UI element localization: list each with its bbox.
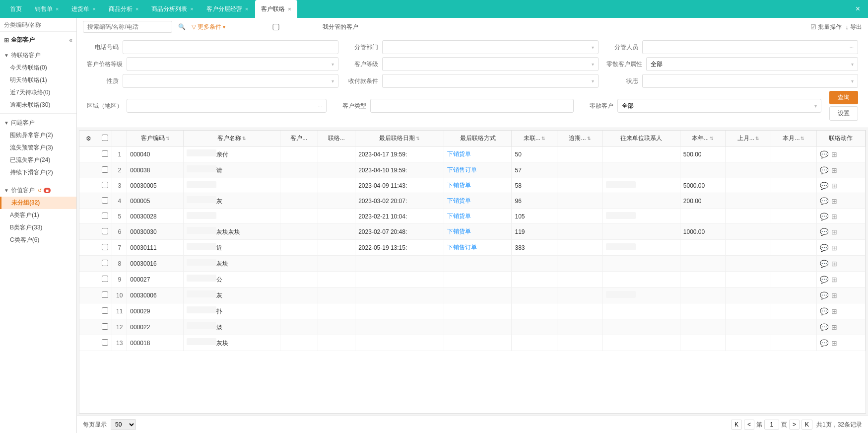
sidebar-item-c-class[interactable]: C类客户(6)	[0, 234, 76, 246]
col-overdue[interactable]: 逾期... ⇅	[557, 131, 603, 146]
sparse-attr-select[interactable]: 全部 ▾	[646, 57, 858, 71]
sidebar-item-7days[interactable]: 近7天待联络(0)	[0, 86, 76, 99]
col-contact[interactable]: 联络...	[318, 131, 355, 146]
customer-type-input[interactable]	[370, 99, 574, 113]
select-all-checkbox[interactable]	[102, 135, 108, 141]
sidebar-item-b-class[interactable]: B类客户(33)	[0, 221, 76, 234]
tab-close-icon[interactable]: ×	[288, 6, 291, 12]
more-conditions-button[interactable]: ▽ 更多条件 ▾	[192, 23, 225, 31]
nature-select[interactable]: ▾	[123, 74, 338, 88]
sidebar-group-value[interactable]: ▼ 价值客户 ↺ ■	[0, 183, 76, 197]
col-settings[interactable]: ⚙	[79, 131, 98, 146]
apps-icon[interactable]: ⊞	[831, 276, 837, 284]
row-checkbox[interactable]	[102, 244, 108, 250]
sidebar-item-ungroup[interactable]: 未分组(32)	[0, 197, 76, 209]
sidebar-group-problem[interactable]: ▼ 问题客户	[0, 116, 76, 129]
sidebar-item-churned[interactable]: 已流失客户(24)	[0, 154, 76, 166]
sidebar-item-overdue[interactable]: 逾期未联络(30)	[0, 99, 76, 111]
sidebar-group-pending[interactable]: ▼ 待联络客户	[0, 48, 76, 62]
tab-close-icon[interactable]: ×	[56, 6, 59, 12]
message-icon[interactable]: 💬	[820, 213, 828, 220]
apps-icon[interactable]: ⊞	[831, 307, 837, 315]
phone-input[interactable]	[123, 40, 338, 54]
refresh-icon[interactable]: ↺	[38, 188, 42, 193]
nav-tab-sales[interactable]: 销售单 ×	[29, 0, 65, 18]
apps-icon[interactable]: ⊞	[831, 166, 837, 174]
row-checkbox[interactable]	[102, 260, 108, 266]
sidebar-search-input[interactable]	[4, 21, 77, 28]
page-size-select[interactable]: 50 100 200	[111, 419, 136, 430]
sparse-select[interactable]: 全部 ▾	[617, 99, 821, 113]
message-icon[interactable]: 💬	[820, 260, 828, 268]
col-type[interactable]: 客户...	[280, 131, 318, 146]
sidebar-all-customers[interactable]: ⊞ 全部客户 «	[0, 32, 76, 48]
last-page-button[interactable]: K	[801, 420, 812, 430]
row-checkbox[interactable]	[102, 339, 108, 346]
export-button[interactable]: ↓ 导出	[846, 23, 863, 31]
col-no-contact[interactable]: 未联... ⇅	[512, 131, 557, 146]
apps-icon[interactable]: ⊞	[831, 291, 837, 299]
contact-way-link[interactable]: 下销售订单	[447, 244, 477, 251]
row-checkbox[interactable]	[102, 291, 108, 298]
prev-page-button[interactable]: <	[744, 420, 754, 430]
col-last-month[interactable]: 上月... ⇅	[726, 131, 771, 146]
contact-way-link[interactable]: 下销货单	[447, 228, 471, 235]
col-code[interactable]: 客户编码 ⇅	[127, 131, 184, 146]
apps-icon[interactable]: ⊞	[831, 323, 837, 331]
collapse-icon[interactable]: «	[69, 37, 72, 44]
col-this-month[interactable]: 本月... ⇅	[771, 131, 817, 146]
col-this-year[interactable]: 本年... ⇅	[680, 131, 726, 146]
message-icon[interactable]: 💬	[820, 307, 828, 315]
nav-tab-home[interactable]: 首页	[4, 0, 28, 18]
batch-op-button[interactable]: ☑ 批量操作	[810, 23, 842, 31]
sidebar-item-today[interactable]: 今天待联络(0)	[0, 62, 76, 74]
tab-close-icon[interactable]: ×	[92, 6, 95, 12]
row-checkbox[interactable]	[102, 323, 108, 330]
sidebar-item-declining[interactable]: 持续下滑客户(2)	[0, 166, 76, 179]
message-icon[interactable]: 💬	[820, 339, 828, 347]
row-checkbox[interactable]	[102, 182, 108, 188]
row-checkbox[interactable]	[102, 213, 108, 219]
apps-icon[interactable]: ⊞	[831, 260, 837, 268]
apps-icon[interactable]: ⊞	[831, 228, 837, 236]
contact-way-link[interactable]: 下销货单	[447, 150, 471, 157]
status-select[interactable]: ▾	[642, 74, 858, 88]
price-level-select[interactable]: ▾	[127, 57, 338, 71]
search-button[interactable]: 查询	[829, 91, 858, 104]
message-icon[interactable]: 💬	[820, 228, 828, 236]
window-close-button[interactable]: ×	[852, 4, 864, 13]
apps-icon[interactable]: ⊞	[831, 213, 837, 220]
apps-icon[interactable]: ⊞	[831, 182, 837, 190]
nav-tab-customer-segment[interactable]: 客户分层经营 ×	[200, 0, 254, 18]
apps-icon[interactable]: ⊞	[831, 339, 837, 347]
message-icon[interactable]: 💬	[820, 244, 828, 252]
reset-button[interactable]: 设置	[829, 106, 858, 121]
apps-icon[interactable]: ⊞	[831, 150, 837, 158]
row-checkbox[interactable]	[102, 228, 108, 234]
message-icon[interactable]: 💬	[820, 166, 828, 174]
apps-icon[interactable]: ⊞	[831, 244, 837, 252]
contact-way-link[interactable]: 下销售订单	[447, 166, 477, 173]
tab-close-icon[interactable]: ×	[135, 6, 138, 12]
dept-select[interactable]: ▾	[382, 40, 598, 54]
sidebar-item-churn-warn[interactable]: 流失预警客户(3)	[0, 142, 76, 154]
sidebar-item-tomorrow[interactable]: 明天待联络(1)	[0, 74, 76, 86]
nav-tab-customer-contact[interactable]: 客户联络 ×	[255, 0, 297, 18]
filter-search-icon[interactable]: 🔍	[178, 23, 186, 30]
col-last-contact-date[interactable]: 最后联络日期 ⇅	[355, 131, 444, 146]
my-customers-checkbox-area[interactable]: 我分管的客户	[231, 23, 358, 31]
tab-close-icon[interactable]: ×	[245, 6, 248, 12]
person-select[interactable]: ···	[642, 40, 858, 54]
nav-tab-analysis[interactable]: 商品分析 ×	[103, 0, 144, 18]
row-checkbox[interactable]	[102, 197, 108, 204]
row-checkbox[interactable]	[102, 307, 108, 314]
message-icon[interactable]: 💬	[820, 182, 828, 190]
region-select[interactable]: ···	[127, 99, 327, 113]
sidebar-item-abnormal[interactable]: 囤购异常客户(2)	[0, 129, 76, 142]
message-icon[interactable]: 💬	[820, 323, 828, 331]
row-checkbox[interactable]	[102, 150, 108, 157]
message-icon[interactable]: 💬	[820, 150, 828, 158]
nav-tab-analysis-list[interactable]: 商品分析列表 ×	[145, 0, 199, 18]
contact-way-link[interactable]: 下销货单	[447, 197, 471, 204]
row-checkbox[interactable]	[102, 166, 108, 173]
